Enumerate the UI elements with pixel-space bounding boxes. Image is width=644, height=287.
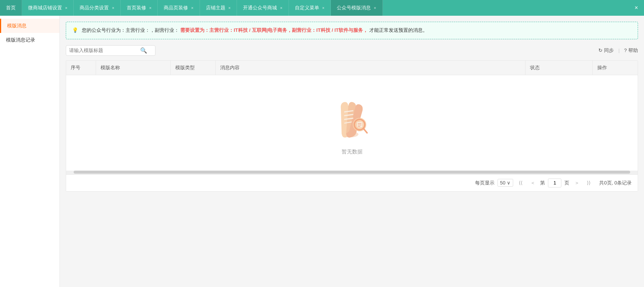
tab-bar-close-all[interactable]: × (629, 4, 644, 11)
toolbar-divider: | (618, 48, 619, 53)
scroll-bar-thumb[interactable] (74, 171, 630, 174)
tab-product-decoration[interactable]: 商品页装修 × (158, 0, 200, 16)
tab-close-open-mall[interactable]: × (280, 6, 282, 10)
prev-page-button[interactable]: ＜ (528, 178, 537, 187)
scroll-bar-area[interactable] (66, 171, 638, 174)
tab-close-store-theme[interactable]: × (228, 6, 231, 10)
col-action: 操作 (593, 61, 638, 75)
notice-highlight: 需要设置为：主营行业：IT科技 / 互联网|电子商务，副营行业：IT科技 / I… (180, 27, 368, 33)
sidebar-item-template-msg-record[interactable]: 模版消息记录 (0, 33, 59, 47)
tab-close-category-settings[interactable]: × (112, 6, 114, 10)
sync-icon: ↻ (598, 48, 603, 53)
help-button[interactable]: ? 帮助 (624, 47, 638, 54)
tab-store-theme[interactable]: 店铺主题 × (200, 0, 237, 16)
col-content: 消息内容 (216, 61, 526, 75)
page-label-suffix: 页 (564, 180, 569, 186)
search-input[interactable] (69, 48, 140, 53)
notice-text-suffix: 才能正常发送预置的消息。 (369, 27, 428, 33)
sync-button[interactable]: ↻ 同步 (598, 47, 614, 54)
toolbar-right: ↻ 同步 | ? 帮助 (598, 47, 638, 54)
svg-line-7 (363, 128, 367, 133)
page-size-select[interactable]: 50 ∨ (497, 179, 513, 187)
col-name: 模版名称 (96, 61, 171, 75)
tab-shop-settings[interactable]: 微商城店铺设置 × (22, 0, 74, 16)
notice-icon: 💡 (72, 27, 78, 33)
sidebar-item-template-msg[interactable]: 模版消息 (0, 19, 59, 33)
tab-bar: 首页 微商城店铺设置 × 商品分类设置 × 首页装修 × 商品页装修 × 店铺主… (0, 0, 644, 16)
tab-custom-menu[interactable]: 自定义菜单 × (289, 0, 331, 16)
tab-close-custom-menu[interactable]: × (322, 6, 324, 10)
main-layout: 模版消息 模版消息记录 💡 您的公众号行业为：主营行业：，副营行业： 需要设置为… (0, 16, 644, 287)
tab-close-template-message[interactable]: × (374, 6, 376, 10)
pagination: 每页显示 50 ∨ ⟨⟨ ＜ 第 页 ＞ ⟩⟩ 共0页, 0条记录 (66, 174, 638, 191)
notice-banner: 💡 您的公众号行业为：主营行业：，副营行业： 需要设置为：主营行业：IT科技 /… (66, 22, 638, 39)
empty-text: 暂无数据 (342, 149, 363, 155)
empty-illustration (330, 98, 375, 143)
page-number-input[interactable] (548, 178, 561, 187)
tab-close-product-decoration[interactable]: × (191, 6, 193, 10)
page-label-prefix: 第 (540, 180, 545, 186)
tab-close-shop-settings[interactable]: × (65, 6, 67, 10)
notice-text-prefix: 您的公众号行业为：主营行业：，副营行业： (82, 27, 179, 33)
col-type: 模版类型 (171, 61, 216, 75)
sidebar: 模版消息 模版消息记录 (0, 16, 60, 287)
tab-template-message[interactable]: 公众号模版消息 × (331, 0, 382, 16)
tab-home[interactable]: 首页 (0, 0, 22, 16)
tab-category-settings[interactable]: 商品分类设置 × (74, 0, 120, 16)
help-icon: ? (624, 48, 627, 53)
tab-close-home-decoration[interactable]: × (149, 6, 151, 10)
first-page-button[interactable]: ⟨⟨ (516, 178, 525, 187)
chevron-down-icon: ∨ (507, 180, 511, 186)
col-status: 状态 (526, 61, 593, 75)
search-icon[interactable]: 🔍 (140, 47, 147, 54)
page-size-label: 每页显示 (475, 180, 494, 186)
table-header: 序号 模版名称 模版类型 消息内容 状态 操作 (66, 61, 638, 75)
empty-state: 暂无数据 (66, 75, 638, 170)
col-index: 序号 (66, 61, 96, 75)
tab-open-mall[interactable]: 开通公众号商城 × (237, 0, 289, 16)
page-total-info: 共0页, 0条记录 (599, 180, 632, 186)
search-input-wrap[interactable]: 🔍 (66, 45, 155, 56)
content-area: 💡 您的公众号行业为：主营行业：，副营行业： 需要设置为：主营行业：IT科技 /… (60, 16, 644, 287)
tab-home-decoration[interactable]: 首页装修 × (121, 0, 158, 16)
last-page-button[interactable]: ⟩⟩ (584, 178, 593, 187)
next-page-button[interactable]: ＞ (572, 178, 581, 187)
page-size-value: 50 (500, 180, 505, 186)
data-table: 序号 模版名称 模版类型 消息内容 状态 操作 (66, 60, 638, 192)
search-bar: 🔍 ↻ 同步 | ? 帮助 (66, 45, 638, 56)
